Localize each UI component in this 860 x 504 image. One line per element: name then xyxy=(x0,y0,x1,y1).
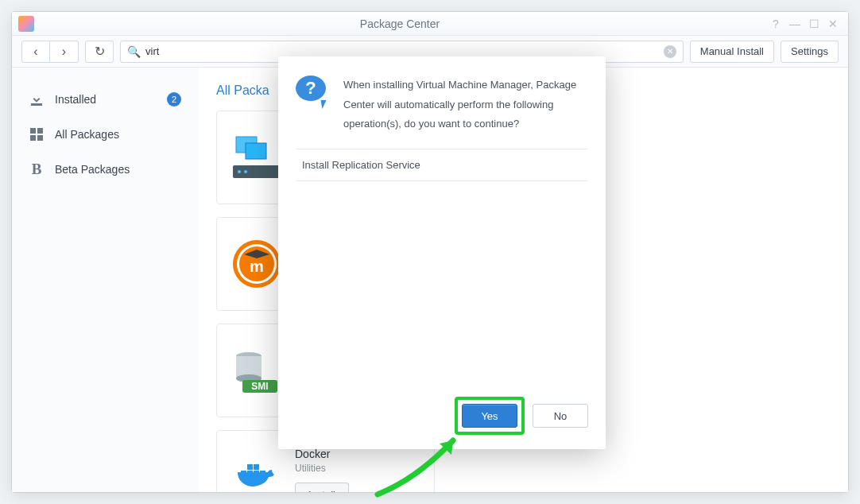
confirm-dialog: ? When installing Virtual Machine Manage… xyxy=(278,56,606,449)
svg-point-7 xyxy=(238,170,241,173)
nav-group: ‹ › xyxy=(21,41,79,63)
svg-rect-20 xyxy=(247,464,253,470)
dialog-footer: Yes No xyxy=(296,397,588,435)
svg-rect-1 xyxy=(37,128,43,134)
smi-icon: SMI xyxy=(231,345,282,396)
moodle-icon: m xyxy=(231,238,282,289)
svg-rect-3 xyxy=(37,135,43,141)
titlebar: Package Center ? — ☐ ✕ xyxy=(12,12,848,36)
chevron-right-icon: › xyxy=(62,45,66,59)
search-icon: 🔍 xyxy=(127,45,141,58)
yes-button[interactable]: Yes xyxy=(462,404,517,428)
back-button[interactable]: ‹ xyxy=(21,41,50,63)
forward-button[interactable]: › xyxy=(50,41,79,63)
chevron-left-icon: ‹ xyxy=(33,45,37,59)
manual-install-button[interactable]: Manual Install xyxy=(690,41,774,63)
sidebar-item-beta-packages[interactable]: B Beta Packages xyxy=(12,152,199,187)
highlight-annotation: Yes xyxy=(455,397,525,435)
sidebar: Installed 2 All Packages B Beta Packages xyxy=(12,68,199,492)
grid-icon xyxy=(29,127,44,142)
window-title: Package Center xyxy=(34,17,765,30)
svg-rect-22 xyxy=(260,471,265,476)
sidebar-item-label: All Packages xyxy=(55,128,119,141)
docker-icon xyxy=(231,452,282,492)
package-info: Docker Utilities Install xyxy=(295,448,420,492)
vmm-icon xyxy=(231,132,282,183)
dialog-header: ? When installing Virtual Machine Manage… xyxy=(296,76,588,134)
search-input[interactable] xyxy=(145,45,659,57)
refresh-icon: ↻ xyxy=(95,44,105,59)
svg-rect-5 xyxy=(246,143,266,159)
download-icon xyxy=(29,92,44,107)
beta-icon: B xyxy=(29,162,44,176)
svg-rect-2 xyxy=(30,135,36,141)
maximize-icon[interactable]: ☐ xyxy=(805,15,823,33)
question-icon: ? xyxy=(296,76,331,106)
svg-text:SMI: SMI xyxy=(251,381,268,392)
minimize-icon[interactable]: — xyxy=(786,15,804,33)
svg-rect-0 xyxy=(30,128,36,134)
package-center-window: Package Center ? — ☐ ✕ ‹ › ↻ 🔍 ✕ Manual … xyxy=(11,11,849,493)
svg-rect-19 xyxy=(254,471,259,476)
sidebar-item-installed[interactable]: Installed 2 xyxy=(12,82,199,117)
dialog-operation: Install Replication Service xyxy=(296,149,588,181)
svg-rect-21 xyxy=(254,464,259,470)
help-icon[interactable]: ? xyxy=(767,15,784,33)
close-icon[interactable]: ✕ xyxy=(824,15,842,33)
clear-search-icon[interactable]: ✕ xyxy=(664,45,676,58)
refresh-button[interactable]: ↻ xyxy=(85,41,114,63)
sidebar-item-label: Installed xyxy=(55,93,96,106)
dialog-message: When installing Virtual Machine Manager,… xyxy=(343,76,588,134)
svg-point-8 xyxy=(244,170,247,173)
package-name: Docker xyxy=(295,448,420,460)
no-button[interactable]: No xyxy=(533,404,588,428)
app-icon xyxy=(18,16,34,32)
install-button[interactable]: Install xyxy=(295,483,349,492)
settings-button[interactable]: Settings xyxy=(781,41,839,63)
sidebar-item-all-packages[interactable]: All Packages xyxy=(12,117,199,152)
sidebar-item-label: Beta Packages xyxy=(55,163,130,176)
svg-rect-18 xyxy=(247,471,253,476)
badge-count: 2 xyxy=(167,92,181,107)
svg-text:m: m xyxy=(250,258,264,275)
svg-rect-17 xyxy=(241,471,246,476)
package-category: Utilities xyxy=(295,463,420,474)
